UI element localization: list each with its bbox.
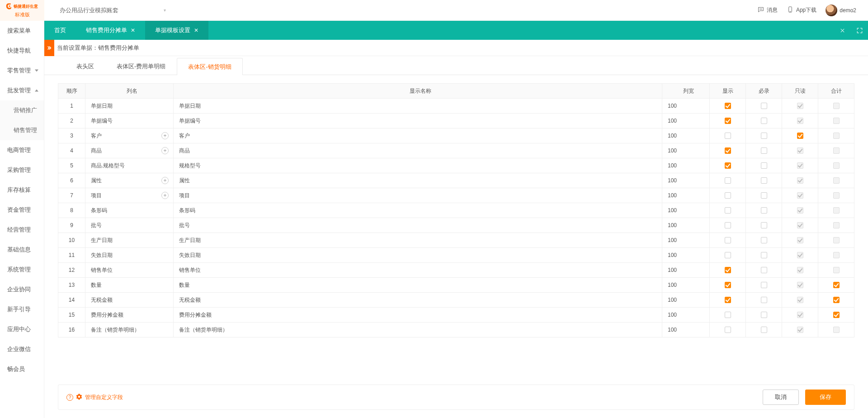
checkbox[interactable] <box>725 103 731 109</box>
close-icon[interactable]: ✕ <box>194 27 198 33</box>
cell-dispname[interactable]: 项目 <box>174 188 662 203</box>
checkbox[interactable] <box>725 312 731 318</box>
expand-icon[interactable]: + <box>161 147 169 154</box>
cell-width[interactable]: 100 <box>662 278 710 293</box>
sidebar-item[interactable]: 经营管理 <box>0 220 44 240</box>
cell-width[interactable]: 100 <box>662 308 710 323</box>
checkbox[interactable] <box>725 222 731 228</box>
expand-icon[interactable]: + <box>161 177 169 184</box>
cell-dispname[interactable]: 失效日期 <box>174 248 662 263</box>
cell-dispname[interactable]: 生产日期 <box>174 233 662 248</box>
checkbox[interactable] <box>833 297 840 303</box>
checkbox[interactable] <box>761 297 767 303</box>
cell-dispname[interactable]: 无税金额 <box>174 293 662 308</box>
checkbox[interactable] <box>761 282 767 288</box>
cell-dispname[interactable]: 商品 <box>174 143 662 158</box>
notice-toggle[interactable] <box>44 40 54 56</box>
inner-tab[interactable]: 表头区 <box>65 57 105 75</box>
sidebar-subitem[interactable]: 销售管理 <box>0 120 44 140</box>
cell-dispname[interactable]: 单据日期 <box>174 99 662 114</box>
sidebar-subitem[interactable]: 营销推广 <box>0 100 44 120</box>
cell-width[interactable]: 100 <box>662 158 710 173</box>
sidebar-item[interactable]: 资金管理 <box>0 200 44 220</box>
sidebar-item[interactable]: 快捷导航 <box>0 41 44 61</box>
checkbox[interactable] <box>761 177 767 184</box>
cell-width[interactable]: 100 <box>662 128 710 143</box>
checkbox[interactable] <box>725 237 731 243</box>
checkbox[interactable] <box>725 327 731 333</box>
cell-width[interactable]: 100 <box>662 173 710 188</box>
sidebar-item[interactable]: 企业微信 <box>0 339 44 359</box>
cell-dispname[interactable]: 单据编号 <box>174 114 662 128</box>
user-menu[interactable]: demo2 <box>826 5 856 16</box>
cell-width[interactable]: 100 <box>662 143 710 158</box>
cell-width[interactable]: 100 <box>662 99 710 114</box>
checkbox[interactable] <box>725 118 731 124</box>
close-icon[interactable]: ✕ <box>131 27 135 33</box>
cell-width[interactable]: 100 <box>662 203 710 218</box>
checkbox[interactable] <box>761 103 767 109</box>
sidebar-item[interactable]: 批发管理 <box>0 81 44 100</box>
checkbox[interactable] <box>761 252 767 258</box>
app-download-button[interactable]: App下载 <box>787 6 816 14</box>
checkbox[interactable] <box>725 177 731 184</box>
sidebar-item[interactable]: 零售管理 <box>0 61 44 81</box>
cancel-button[interactable]: 取消 <box>763 390 799 405</box>
account-selector[interactable]: 办公用品行业模拟账套 ▾ <box>60 6 166 14</box>
cell-dispname[interactable]: 费用分摊金额 <box>174 308 662 323</box>
sidebar-item[interactable]: 电商管理 <box>0 140 44 160</box>
sidebar-item[interactable]: 企业协同 <box>0 280 44 299</box>
checkbox[interactable] <box>833 282 840 288</box>
checkbox[interactable] <box>725 133 731 139</box>
sidebar-item[interactable]: 采购管理 <box>0 160 44 180</box>
sidebar-item[interactable]: 基础信息 <box>0 240 44 260</box>
checkbox[interactable] <box>761 327 767 333</box>
sidebar-item[interactable]: 畅会员 <box>0 359 44 379</box>
cell-width[interactable]: 100 <box>662 114 710 128</box>
cell-width[interactable]: 100 <box>662 233 710 248</box>
checkbox[interactable] <box>725 267 731 273</box>
save-button[interactable]: 保存 <box>805 390 846 405</box>
checkbox[interactable] <box>761 267 767 273</box>
cell-width[interactable]: 100 <box>662 293 710 308</box>
cell-dispname[interactable]: 规格型号 <box>174 158 662 173</box>
inner-tab[interactable]: 表体区-销货明细 <box>177 58 242 75</box>
cell-width[interactable]: 100 <box>662 248 710 263</box>
cell-dispname[interactable]: 备注（销货单明细） <box>174 323 662 337</box>
cell-dispname[interactable]: 客户 <box>174 128 662 143</box>
checkbox[interactable] <box>761 222 767 228</box>
checkbox[interactable] <box>725 192 731 199</box>
inner-tab[interactable]: 表体区-费用单明细 <box>105 57 177 75</box>
checkbox[interactable] <box>761 192 767 199</box>
expand-icon[interactable]: + <box>161 132 169 139</box>
checkbox[interactable] <box>761 237 767 243</box>
checkbox[interactable] <box>761 147 767 154</box>
checkbox[interactable] <box>725 252 731 258</box>
checkbox[interactable] <box>725 297 731 303</box>
sidebar-item[interactable]: 应用中心 <box>0 319 44 339</box>
checkbox[interactable] <box>725 162 731 169</box>
messages-button[interactable]: 消息 <box>757 6 778 14</box>
workspace-tab[interactable]: 销售费用分摊单✕ <box>76 21 145 40</box>
sidebar-item[interactable]: 搜索菜单 <box>0 21 44 41</box>
checkbox[interactable] <box>833 312 840 318</box>
checkbox[interactable] <box>725 147 731 154</box>
cell-width[interactable]: 100 <box>662 323 710 337</box>
custom-fields-link[interactable]: ? 管理自定义字段 <box>66 394 123 401</box>
cell-dispname[interactable]: 批号 <box>174 218 662 233</box>
checkbox[interactable] <box>761 162 767 169</box>
cell-width[interactable]: 100 <box>662 263 710 278</box>
checkbox[interactable] <box>761 207 767 214</box>
checkbox[interactable] <box>761 312 767 318</box>
sidebar-item[interactable]: 新手引导 <box>0 299 44 319</box>
workspace-tab[interactable]: 首页 <box>44 21 76 40</box>
workspace-tab[interactable]: 单据模板设置✕ <box>145 21 208 40</box>
cell-dispname[interactable]: 销售单位 <box>174 263 662 278</box>
sidebar-item[interactable]: 系统管理 <box>0 260 44 280</box>
checkbox[interactable] <box>761 133 767 139</box>
cell-dispname[interactable]: 数量 <box>174 278 662 293</box>
checkbox[interactable] <box>797 133 803 139</box>
logo[interactable]: 畅捷通好生意 标准版 <box>0 0 44 21</box>
fullscreen-button[interactable] <box>851 27 868 34</box>
sidebar-item[interactable]: 库存核算 <box>0 180 44 200</box>
